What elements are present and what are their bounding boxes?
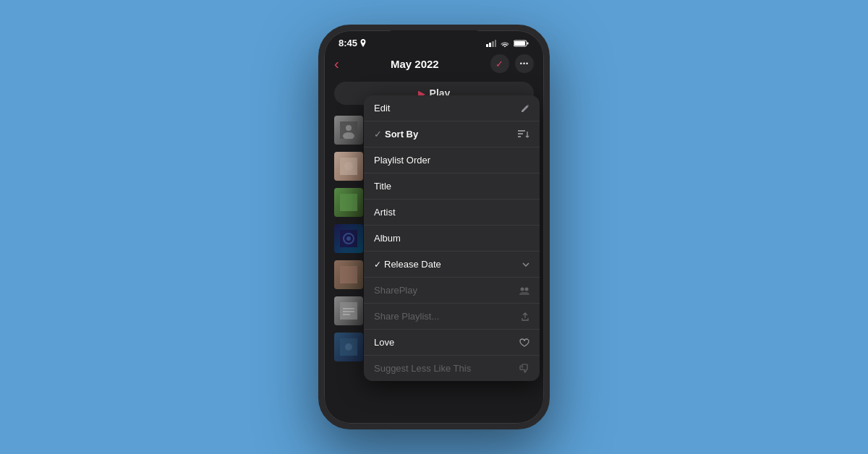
pencil-icon [521, 104, 529, 113]
menu-item-release-date[interactable]: ✓ Release Date [364, 252, 540, 278]
album-art [340, 302, 357, 320]
svg-point-11 [344, 162, 353, 171]
check-button[interactable]: ✓ [490, 54, 509, 73]
menu-item-album[interactable]: Album [364, 226, 540, 252]
release-date-check: ✓ [374, 260, 381, 270]
svg-rect-6 [527, 42, 529, 44]
song-artwork [334, 188, 363, 217]
album-art [340, 158, 357, 175]
heart-icon [519, 338, 529, 347]
menu-item-share-playlist[interactable]: Share Playlist... [364, 304, 540, 330]
menu-item-love[interactable]: Love [364, 330, 540, 356]
shareplay-icon [519, 286, 529, 295]
signal-icon [486, 40, 496, 47]
dislike-icon [519, 364, 529, 374]
sort-by-label: Sort By [385, 129, 418, 140]
share-icon [521, 312, 529, 321]
share-playlist-label: Share Playlist... [374, 311, 439, 322]
menu-item-shareplay[interactable]: SharePlay [364, 278, 540, 304]
menu-item-title[interactable]: Title [364, 174, 540, 200]
context-menu: Edit ✓ Sort By Playlist Order Title [364, 95, 540, 381]
more-button[interactable]: ••• [515, 54, 534, 73]
song-artwork [334, 152, 363, 181]
chevron-down-icon [522, 261, 529, 268]
playlist-title: May 2022 [391, 58, 439, 70]
svg-point-15 [346, 236, 351, 241]
menu-item-edit[interactable]: Edit [364, 95, 540, 121]
wifi-icon [500, 40, 510, 47]
album-label: Album [374, 233, 401, 244]
song-artwork [334, 116, 363, 145]
svg-rect-0 [486, 44, 488, 47]
svg-rect-2 [492, 41, 494, 47]
love-label: Love [374, 337, 394, 348]
status-time: 8:45 [339, 38, 367, 48]
time-display: 8:45 [339, 38, 357, 48]
header-actions: ✓ ••• [490, 54, 534, 73]
suggest-less-label: Suggest Less Like This [374, 363, 471, 374]
menu-item-sort-by[interactable]: ✓ Sort By [364, 121, 540, 147]
sort-by-section: ✓ Sort By [374, 129, 418, 140]
release-date-section: ✓ Release Date [374, 259, 441, 270]
menu-item-artist[interactable]: Artist [364, 200, 540, 226]
svg-rect-1 [489, 43, 491, 47]
release-date-label: Release Date [384, 259, 441, 270]
shareplay-label: SharePlay [374, 285, 417, 296]
song-artwork [334, 224, 363, 253]
svg-rect-19 [343, 311, 354, 312]
svg-rect-12 [340, 194, 357, 211]
playlist-order-label: Playlist Order [374, 155, 430, 166]
edit-label: Edit [374, 103, 390, 113]
status-bar: 8:45 [324, 30, 544, 51]
svg-rect-5 [514, 41, 525, 46]
song-artwork [334, 296, 363, 325]
menu-item-playlist-order[interactable]: Playlist Order [364, 147, 540, 174]
svg-rect-18 [343, 308, 354, 309]
svg-rect-16 [340, 266, 357, 283]
svg-rect-3 [495, 40, 496, 47]
song-artwork [334, 260, 363, 289]
song-artwork [334, 333, 363, 361]
album-art [340, 338, 357, 356]
svg-point-24 [525, 287, 529, 291]
app-header: ‹ May 2022 ✓ ••• [324, 51, 544, 79]
back-button[interactable]: ‹ [334, 56, 339, 72]
album-art [340, 230, 357, 247]
svg-point-23 [521, 287, 524, 291]
album-art [340, 266, 357, 283]
phone-frame: 8:45 [318, 25, 550, 429]
sort-icon [518, 130, 529, 139]
battery-icon [514, 40, 529, 47]
artist-label: Artist [374, 207, 396, 218]
svg-point-22 [345, 343, 352, 351]
status-icons [486, 40, 529, 47]
svg-rect-20 [343, 314, 350, 315]
menu-item-suggest-less[interactable]: Suggest Less Like This [364, 356, 540, 381]
sort-check-icon: ✓ [374, 129, 382, 140]
title-label: Title [374, 181, 391, 192]
svg-point-8 [346, 125, 352, 131]
location-icon [359, 39, 367, 48]
person-silhouette [340, 121, 357, 139]
album-art [340, 194, 357, 211]
